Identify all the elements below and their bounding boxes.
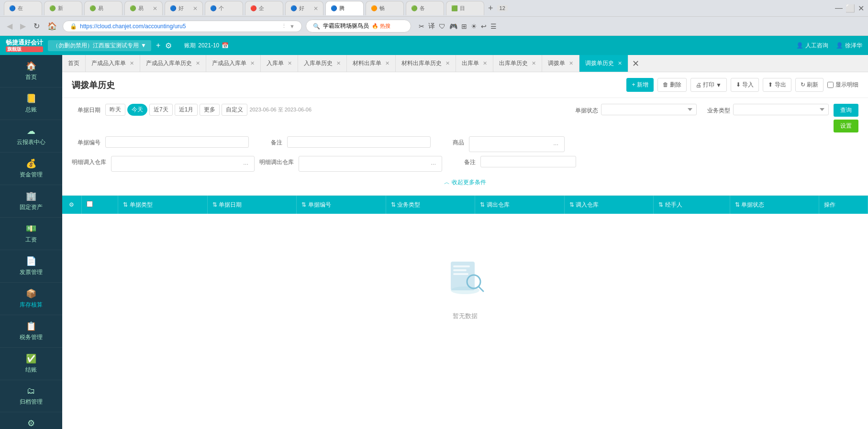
date-btn-today[interactable]: 今天 [127,104,147,116]
biz-type-select[interactable] [733,104,829,115]
browser-tab-2[interactable]: 🟢新 [44,1,82,15]
refresh-button[interactable]: ↻ 刷新 [795,78,823,92]
page-tab-material-out-close[interactable]: ✕ [385,60,389,66]
print-button[interactable]: 🖨 打印 ▼ [690,78,727,92]
page-tab-transfer-history-close[interactable]: ✕ [618,60,622,66]
page-tab-product-in-close[interactable]: ✕ [130,60,134,66]
sidebar-item-inventory[interactable]: 📦 库存核算 [0,283,62,315]
browser-tab-3[interactable]: 🟢易 [84,1,122,15]
page-tab-material-out[interactable]: 材料出库单 ✕ [347,55,396,72]
sidebar-item-fund[interactable]: 💰 资金管理 [0,153,62,185]
browser-tab-11[interactable]: 🟢各 [406,1,444,15]
detail-in-ellipsis-icon[interactable]: ··· [241,158,250,169]
page-tab-product-in2-close[interactable]: ✕ [250,60,255,66]
table-header-checkbox[interactable] [81,196,118,214]
page-tab-home[interactable]: 首页 [62,55,86,72]
page-tab-stock-in-history-close[interactable]: ✕ [336,60,341,66]
page-tab-out-history-close[interactable]: ✕ [532,60,536,66]
page-tab-out-close[interactable]: ✕ [483,60,487,66]
show-columns-checkbox[interactable] [827,82,834,88]
maximize-icon[interactable]: ⬜ [846,4,855,13]
browser-tab-4[interactable]: 🟢易 ✕ [124,1,163,15]
browser-tab-10[interactable]: 🟠畅 [366,1,404,15]
shield-icon[interactable]: 🛡 [439,22,445,30]
table-header-date[interactable]: ⇅ 单据日期 [207,196,296,214]
page-tab-material-out-history[interactable]: 材料出库单历史 ✕ [396,55,456,72]
browser-tab-6[interactable]: 🔵个 [205,1,243,15]
table-gear-header[interactable]: ⚙ [62,196,81,214]
import-button[interactable]: ⬇ 导入 [731,78,759,92]
table-header-in-wh[interactable]: ⇅ 调入仓库 [564,196,653,214]
sidebar-item-invoice[interactable]: 📄 发票管理 [0,250,62,283]
page-tab-stock-in-close[interactable]: ✕ [288,60,292,66]
undo-icon[interactable]: ↩ [481,22,487,30]
sidebar-item-basic[interactable]: ⚙ 基础设置 [0,412,62,429]
browser-tab-7[interactable]: 🔴企 [245,1,283,15]
goods-input[interactable] [473,141,551,148]
browser-tab-12[interactable]: 🟩目 [446,1,484,15]
goods-ellipsis-icon[interactable]: ··· [551,139,560,150]
theme-icon[interactable]: ☀ [471,22,477,30]
date-btn-more[interactable]: 更多 [200,104,220,116]
date-btn-yesterday[interactable]: 昨天 [105,104,125,116]
page-tab-stock-in-history[interactable]: 入库单历史 ✕ [298,55,347,72]
scissors-icon[interactable]: ✂ [419,22,424,30]
support-button[interactable]: 👤 人工咨询 [796,42,828,50]
date-btn-1month[interactable]: 近1月 [175,104,198,116]
export-button[interactable]: ⬆ 导出 [763,78,791,92]
page-tab-material-out-history-close[interactable]: ✕ [445,60,450,66]
remark-input[interactable] [287,136,431,148]
show-columns-label[interactable]: 显示明细 [827,81,858,89]
new-button[interactable]: + 新增 [626,78,653,92]
browser-tab-1[interactable]: 🔵在 [4,1,42,15]
browser-tab-5[interactable]: 🔵好 ✕ [165,1,203,15]
page-tab-transfer[interactable]: 调拨单 ✕ [542,55,579,72]
date-btn-7days[interactable]: 近7天 [149,104,173,116]
delete-button[interactable]: 🗑 删除 [657,78,687,92]
menu-icon[interactable]: ☰ [490,22,497,30]
minimize-icon[interactable]: — [835,4,843,13]
sidebar-item-report[interactable]: ☁ 云报表中心 [0,120,62,153]
table-header-operator[interactable]: ⇅ 经手人 [654,196,730,214]
table-header-num[interactable]: ⇅ 单据编号 [297,196,386,214]
status-select[interactable] [601,104,697,115]
gear-icon[interactable]: ⚙ [69,201,74,208]
table-header-type[interactable]: ⇅ 单据类型 [118,196,207,214]
forward-button[interactable]: ▶ [18,21,28,32]
sidebar-item-settle[interactable]: ✅ 结账 [0,348,62,380]
page-tab-stock-in[interactable]: 入库单 ✕ [261,55,298,72]
detail-in-input[interactable] [115,161,241,167]
translate-icon[interactable]: 译 [428,22,435,31]
page-tab-out[interactable]: 出库单 ✕ [456,55,493,72]
grid-icon[interactable]: ⊞ [461,22,467,30]
user-menu[interactable]: 👤 徐泽华 [836,42,862,50]
table-header-out-wh[interactable]: ⇅ 调出仓库 [475,196,564,214]
sidebar-item-home[interactable]: 🏠 首页 [0,55,62,88]
browser-tab-9[interactable]: 🔵腾 [325,1,364,15]
page-tab-product-in2[interactable]: 产成品入库单 ✕ [206,55,261,72]
sidebar-item-archive[interactable]: 🗂 归档管理 [0,380,62,412]
date-btn-custom[interactable]: 自定义 [222,104,247,116]
select-all-checkbox[interactable] [87,201,93,207]
page-tab-product-in-history-close[interactable]: ✕ [196,60,200,66]
page-tab-product-in-history[interactable]: 产成品入库单历史 ✕ [140,55,206,72]
sidebar-item-asset[interactable]: 🏢 固定资产 [0,185,62,218]
settings-gear-icon[interactable]: ⚙ [165,41,172,50]
reload-button[interactable]: ↻ [32,21,42,32]
page-tab-product-in[interactable]: 产成品入库单 ✕ [86,55,140,72]
company-selector[interactable]: （勿删勿禁用）江西服宝测试专用 ▼ [48,40,151,51]
detail-out-input[interactable] [303,161,429,167]
table-header-status[interactable]: ⇅ 单据状态 [730,196,819,214]
page-tab-out-history[interactable]: 出库单历史 ✕ [493,55,542,72]
search-bar[interactable]: 🔍 学霸应聘场驱鸟员 🔥 热搜 [306,20,411,33]
sidebar-item-tax[interactable]: 📋 税务管理 [0,315,62,348]
browser-tab-8[interactable]: 🔵好 ✕ [285,1,323,15]
add-company-button[interactable]: + [156,41,160,50]
game-icon[interactable]: 🎮 [449,22,457,30]
sidebar-item-wage[interactable]: 💵 工资 [0,218,62,250]
calendar-icon[interactable]: 📅 [222,42,229,49]
detail-out-ellipsis-icon[interactable]: ··· [429,158,438,169]
table-header-biz[interactable]: ⇅ 业务类型 [386,196,475,214]
new-tab-button[interactable]: + [486,3,495,13]
doc-num-input[interactable] [105,136,249,148]
